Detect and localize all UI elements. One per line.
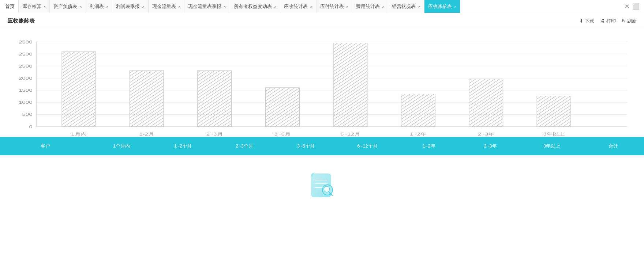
th-3plus-year: 3年以上	[521, 143, 583, 149]
tab-close-expense-stat[interactable]: ×	[382, 4, 384, 9]
refresh-button[interactable]: ↻ 刷新	[622, 18, 637, 24]
svg-text:2500: 2500	[19, 64, 33, 69]
bar-1month	[62, 52, 96, 126]
svg-text:500: 500	[22, 112, 32, 117]
tab-payable-stat[interactable]: 应付统计表 ×	[317, 0, 352, 13]
bar-2-3year	[469, 79, 503, 127]
svg-text:2500: 2500	[19, 52, 33, 57]
svg-text:2~3月: 2~3月	[206, 132, 223, 137]
bar-6-12month	[333, 43, 367, 127]
tab-cashflow[interactable]: 现金流量表 ×	[149, 0, 184, 13]
svg-text:6~12月: 6~12月	[340, 132, 360, 137]
tab-close-profit-quarter[interactable]: ×	[142, 4, 144, 9]
download-button[interactable]: ⬇ 下载	[579, 18, 594, 24]
tab-profit-quarter[interactable]: 利润表季报 ×	[112, 0, 148, 13]
window-controls: ✕ ⬜	[625, 3, 643, 10]
tab-cashflow-quarter[interactable]: 现金流量表季报 ×	[184, 0, 230, 13]
tab-close-payable-stat[interactable]: ×	[346, 4, 348, 9]
svg-text:1~2年: 1~2年	[410, 132, 426, 137]
bar-chart: 2500 2500 2500 2000 1500 1000 500 0	[11, 37, 633, 142]
chart-area: 2500 2500 2500 2000 1500 1000 500 0	[0, 29, 644, 137]
tab-close-receivable-stat[interactable]: ×	[310, 4, 312, 9]
tab-close-equity[interactable]: ×	[274, 4, 276, 9]
bar-3plus-year	[537, 96, 571, 127]
tab-expense-stat[interactable]: 费用统计表 ×	[352, 0, 388, 13]
svg-text:3~6月: 3~6月	[274, 132, 291, 137]
refresh-icon: ↻	[622, 18, 626, 24]
svg-text:1000: 1000	[19, 100, 33, 105]
maximize-window-icon[interactable]: ⬜	[632, 3, 640, 10]
tab-close-cashflow[interactable]: ×	[178, 4, 180, 9]
svg-text:2500: 2500	[19, 39, 33, 44]
header-actions: ⬇ 下载 🖨 打印 ↻ 刷新	[579, 18, 637, 24]
empty-illustration	[300, 166, 344, 203]
tab-close-cashflow-quarter[interactable]: ×	[224, 4, 226, 9]
th-1month: 1个月内	[91, 143, 152, 149]
svg-text:3年以上: 3年以上	[543, 132, 565, 137]
svg-text:1月内: 1月内	[71, 132, 86, 137]
tab-inventory[interactable]: 库存核算 ×	[19, 0, 50, 13]
th-2-3month: 2~3个月	[214, 143, 275, 149]
svg-text:0: 0	[29, 124, 32, 129]
th-customer: 客户	[0, 143, 91, 149]
close-window-icon[interactable]: ✕	[625, 3, 629, 10]
tab-ar-aging[interactable]: 应收账龄表 ×	[424, 0, 460, 13]
tab-balance[interactable]: 资产负债表 ×	[50, 0, 86, 13]
tab-close-operation[interactable]: ×	[418, 4, 420, 9]
tab-close-balance[interactable]: ×	[79, 4, 82, 9]
tab-home[interactable]: 首页	[1, 0, 19, 13]
tab-bar: 首页 库存核算 × 资产负债表 × 利润表 × 利润表季报 × 现金流量表 × …	[0, 0, 644, 13]
th-3-6month: 3~6个月	[275, 143, 337, 149]
page-title: 应收账龄表	[7, 18, 35, 24]
th-6-12month: 6~12个月	[337, 143, 398, 149]
th-2-3year: 2~3年	[460, 143, 521, 149]
download-icon: ⬇	[579, 18, 583, 24]
bar-3-6month	[265, 88, 299, 127]
tab-close-profit[interactable]: ×	[106, 4, 108, 9]
tab-receivable-stat[interactable]: 应收统计表 ×	[280, 0, 316, 13]
svg-text:1-2月: 1-2月	[139, 132, 154, 137]
chart-container: 2500 2500 2500 2000 1500 1000 500 0	[11, 37, 633, 142]
svg-text:2~3年: 2~3年	[478, 132, 494, 137]
empty-state	[0, 155, 644, 263]
th-total: 合计	[583, 143, 644, 149]
tab-close-ar-aging[interactable]: ×	[454, 4, 456, 9]
bar-2-3month	[198, 70, 232, 126]
svg-text:1500: 1500	[19, 88, 33, 93]
th-1-2year: 1~2年	[398, 143, 460, 149]
svg-point-33	[324, 186, 330, 192]
svg-text:2000: 2000	[19, 76, 33, 81]
bar-1-2month	[130, 70, 164, 126]
main-content: 2500 2500 2500 2000 1500 1000 500 0	[0, 29, 644, 263]
print-icon: 🖨	[600, 18, 605, 24]
tab-close-inventory[interactable]: ×	[44, 4, 46, 9]
th-1-2month: 1~2个月	[152, 143, 214, 149]
bar-1-2year	[401, 94, 435, 126]
tab-profit[interactable]: 利润表 ×	[86, 0, 112, 13]
print-button[interactable]: 🖨 打印	[600, 18, 616, 24]
tab-equity[interactable]: 所有者权益变动表 ×	[230, 0, 280, 13]
page-header: 应收账龄表 ⬇ 下载 🖨 打印 ↻ 刷新	[0, 13, 644, 29]
tab-operation[interactable]: 经营状况表 ×	[388, 0, 424, 13]
